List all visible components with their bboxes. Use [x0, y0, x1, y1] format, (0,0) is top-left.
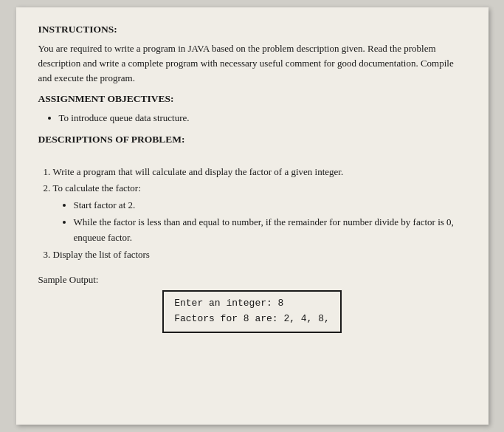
instructions-heading: INSTRUCTIONS:: [38, 24, 466, 35]
sub-bullet-2: While the factor is less than and equal …: [74, 215, 466, 246]
code-line-1: Enter an integer: 8: [174, 296, 330, 312]
document-page: INSTRUCTIONS: You are required to write …: [16, 7, 489, 425]
list-item-2: To calculate the factor: Start factor at…: [53, 181, 466, 245]
code-output-box: Enter an integer: 8 Factors for 8 are: 2…: [162, 290, 342, 333]
objectives-heading: ASSIGNMENT OBJECTIVES:: [38, 93, 466, 105]
list-item-3: Display the list of factors: [53, 247, 466, 263]
code-line-2: Factors for 8 are: 2, 4, 8,: [174, 312, 330, 327]
list-item-1: Write a program that will calculate and …: [53, 165, 466, 180]
sample-output-container: Enter an integer: 8 Factors for 8 are: 2…: [38, 290, 466, 333]
sub-bullet-list: Start factor at 2. While the factor is l…: [53, 198, 466, 245]
sub-bullet-1: Start factor at 2.: [74, 198, 466, 213]
problem-description-list: Write a program that will calculate and …: [38, 165, 466, 263]
sample-output-label: Sample Output:: [38, 274, 466, 286]
instructions-body: You are required to write a program in J…: [38, 41, 466, 86]
objectives-list: To introduce queue data structure.: [38, 111, 466, 126]
objective-item-1: To introduce queue data structure.: [59, 111, 466, 126]
descriptions-heading: DESCRIPTIONS OF PROBLEM:: [38, 134, 466, 145]
